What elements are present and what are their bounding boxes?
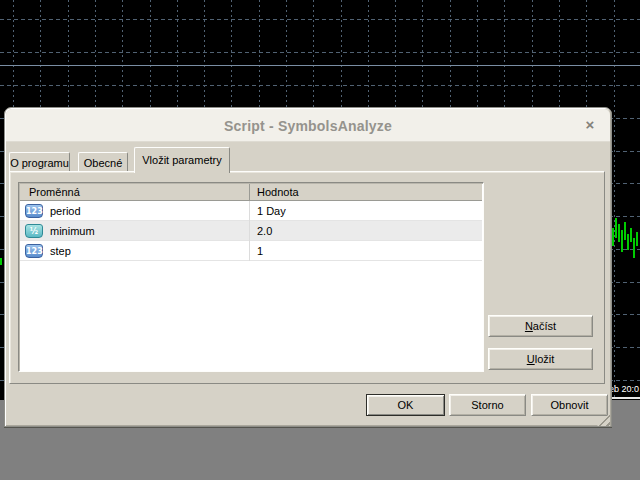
- close-icon[interactable]: ×: [582, 116, 598, 134]
- parameters-table[interactable]: Proměnná Hodnota 123 period 1 Day ½ mini…: [18, 182, 484, 372]
- chart-time-label: eb 20:0: [609, 384, 639, 394]
- save-button-accel: U: [527, 353, 535, 365]
- parameter-name: period: [50, 205, 81, 217]
- parameter-value[interactable]: 2.0: [257, 225, 272, 237]
- load-button-label: ačíst: [533, 320, 556, 332]
- save-button[interactable]: Uložit: [488, 348, 593, 370]
- integer-parameter-icon: 123: [25, 244, 43, 258]
- dialog-titlebar[interactable]: Script - SymbolsAnalyze ×: [6, 109, 610, 142]
- integer-parameter-icon: 123: [25, 204, 43, 218]
- ok-button[interactable]: OK: [366, 394, 445, 416]
- parameter-name: step: [50, 245, 71, 257]
- tab-o-programu[interactable]: O programu: [9, 152, 70, 171]
- column-header-variable: Proměnná: [29, 186, 80, 198]
- table-row[interactable]: 123 step 1: [20, 241, 482, 261]
- column-separator: [249, 184, 250, 201]
- parameter-value[interactable]: 1 Day: [257, 205, 286, 217]
- column-separator: [249, 201, 250, 221]
- column-separator: [249, 241, 250, 261]
- dialog-title: Script - SymbolsAnalyze: [6, 118, 610, 134]
- column-header-value: Hodnota: [257, 186, 299, 198]
- save-button-label: ložit: [535, 353, 555, 365]
- load-button[interactable]: Načíst: [488, 315, 593, 337]
- parameter-name: minimum: [50, 225, 95, 237]
- tab-obecne[interactable]: Obecné: [78, 152, 128, 171]
- reset-button[interactable]: Obnovit: [531, 394, 608, 416]
- cancel-button[interactable]: Storno: [449, 394, 526, 416]
- parameter-value[interactable]: 1: [257, 245, 263, 257]
- table-row[interactable]: ½ minimum 2.0: [20, 221, 482, 241]
- script-parameters-dialog: Script - SymbolsAnalyze × O programu Obe…: [4, 107, 612, 427]
- column-separator: [249, 221, 250, 241]
- table-row[interactable]: 123 period 1 Day: [20, 201, 482, 221]
- tab-vlozit-parametry[interactable]: Vložit parametry: [134, 147, 230, 173]
- table-header: Proměnná Hodnota: [20, 184, 482, 201]
- decimal-parameter-icon: ½: [25, 224, 43, 238]
- screen: eb 20:0 Script - SymbolsAnalyze × O prog…: [0, 0, 640, 480]
- load-button-accel: N: [525, 320, 533, 332]
